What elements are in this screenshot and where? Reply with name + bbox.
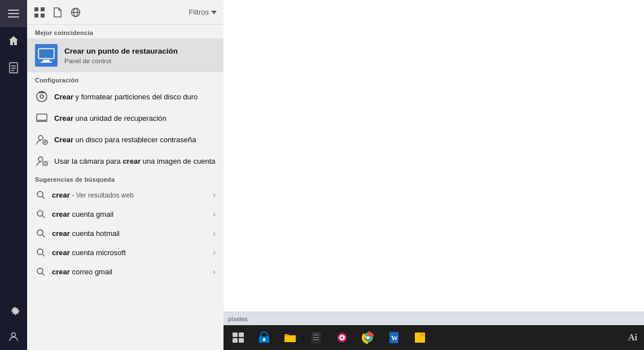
taskbar-chrome[interactable] bbox=[356, 325, 380, 350]
svg-rect-9 bbox=[41, 7, 45, 11]
svg-line-39 bbox=[42, 273, 45, 275]
best-match-item[interactable]: Crear un punto de restauración Panel de … bbox=[27, 38, 224, 72]
suggestion-text-0: crear - Ver resultados web bbox=[52, 191, 207, 199]
suggestion-item-3[interactable]: crear cuenta microsoft › bbox=[27, 243, 224, 262]
svg-rect-44 bbox=[233, 338, 238, 343]
suggestion-arrow-4: › bbox=[213, 267, 216, 276]
suggestion-arrow-0: › bbox=[213, 190, 216, 199]
svg-point-7 bbox=[12, 333, 16, 337]
svg-point-27 bbox=[38, 157, 43, 161]
settings-button[interactable] bbox=[0, 296, 27, 323]
user-cam-icon bbox=[35, 154, 49, 168]
svg-rect-10 bbox=[34, 14, 38, 18]
svg-rect-56 bbox=[316, 339, 317, 340]
best-match-text: Crear un punto de restauración Panel de … bbox=[64, 46, 216, 64]
svg-rect-16 bbox=[40, 50, 53, 58]
document-icon[interactable] bbox=[52, 7, 63, 18]
suggestion-text-2: crear cuenta hotmail bbox=[52, 229, 207, 238]
main-content bbox=[224, 0, 644, 325]
svg-rect-22 bbox=[37, 114, 47, 120]
search-toolbar: Filtros bbox=[27, 0, 224, 25]
user-button[interactable] bbox=[0, 323, 27, 350]
svg-point-38 bbox=[37, 268, 43, 274]
search-icon-1 bbox=[35, 208, 46, 220]
suggestions-label: Sugerencias de búsqueda bbox=[27, 172, 224, 185]
suggestion-item-1[interactable]: crear cuenta gmail › bbox=[27, 204, 224, 224]
taskbar-paint[interactable] bbox=[330, 325, 354, 350]
svg-rect-51 bbox=[313, 334, 319, 336]
svg-point-20 bbox=[40, 95, 43, 98]
config-text-2: Crear un disco para restablecer contrase… bbox=[54, 135, 196, 144]
globe-icon[interactable] bbox=[70, 7, 81, 18]
filter-button[interactable]: Filtros bbox=[189, 8, 217, 16]
svg-rect-47 bbox=[263, 338, 265, 341]
svg-rect-55 bbox=[313, 339, 315, 340]
svg-rect-57 bbox=[317, 339, 319, 340]
svg-rect-52 bbox=[313, 337, 315, 338]
config-item-3[interactable]: Usar la cámara para crear una imagen de … bbox=[27, 150, 224, 172]
svg-rect-11 bbox=[41, 14, 45, 18]
svg-rect-54 bbox=[317, 337, 319, 338]
config-bold-1: Crear bbox=[54, 114, 73, 123]
taskbar: W Ai bbox=[224, 325, 644, 350]
suggestion-text-3: crear cuenta microsoft bbox=[52, 248, 207, 257]
suggestion-item-2[interactable]: crear cuenta hotmail › bbox=[27, 224, 224, 243]
svg-rect-1 bbox=[8, 13, 19, 14]
search-icon-3 bbox=[35, 247, 46, 258]
laptop-icon bbox=[35, 111, 49, 125]
suggestion-item-4[interactable]: crear correo gmail › bbox=[27, 262, 224, 281]
svg-point-29 bbox=[44, 163, 46, 165]
config-text-0: Crear y formatear particiones del disco … bbox=[54, 93, 198, 101]
config-item-2[interactable]: Crear un disco para restablecer contrase… bbox=[27, 129, 224, 150]
svg-point-34 bbox=[37, 230, 43, 235]
config-item-1[interactable]: Crear una unidad de recuperación bbox=[27, 107, 224, 129]
taskbar-calculator[interactable] bbox=[304, 325, 328, 350]
taskbar-task-view[interactable] bbox=[226, 325, 251, 350]
svg-rect-5 bbox=[11, 68, 16, 69]
home-button[interactable] bbox=[0, 27, 27, 54]
config-text-1: Crear una unidad de recuperación bbox=[54, 114, 167, 123]
best-match-title: Crear un punto de restauración bbox=[64, 46, 216, 56]
suggestion-text-4: crear correo gmail bbox=[52, 268, 207, 276]
svg-point-63 bbox=[366, 336, 370, 339]
svg-rect-18 bbox=[41, 62, 52, 63]
filter-label: Filtros bbox=[189, 8, 209, 16]
documents-button[interactable] bbox=[0, 54, 27, 81]
taskbar-explorer[interactable] bbox=[278, 325, 303, 350]
svg-point-32 bbox=[37, 211, 43, 216]
best-match-icon bbox=[35, 44, 58, 67]
pixels-label: píxeles bbox=[228, 316, 248, 322]
svg-point-36 bbox=[37, 249, 43, 255]
suggestion-arrow-1: › bbox=[213, 209, 216, 218]
grid-icon[interactable] bbox=[34, 7, 45, 18]
config-bold-2: Crear bbox=[54, 135, 73, 144]
ai-label[interactable]: Ai bbox=[628, 333, 637, 343]
svg-rect-21 bbox=[39, 91, 45, 93]
config-text-3: Usar la cámara para crear una imagen de … bbox=[54, 157, 215, 165]
svg-line-35 bbox=[42, 235, 45, 237]
config-bold-3: crear bbox=[122, 157, 141, 165]
hamburger-button[interactable] bbox=[0, 0, 27, 27]
sidebar bbox=[0, 0, 27, 350]
taskbar-sticky[interactable] bbox=[408, 325, 432, 350]
svg-rect-49 bbox=[284, 334, 289, 336]
best-match-subtitle: Panel de control bbox=[64, 58, 216, 64]
config-item-0[interactable]: Crear y formatear particiones del disco … bbox=[27, 86, 224, 107]
search-icon-2 bbox=[35, 228, 46, 239]
svg-rect-8 bbox=[34, 7, 38, 11]
svg-rect-53 bbox=[316, 337, 317, 338]
suggestion-arrow-2: › bbox=[213, 229, 216, 238]
svg-rect-66 bbox=[415, 333, 425, 343]
svg-point-60 bbox=[341, 336, 343, 339]
best-match-title-rest: un punto de restauración bbox=[84, 47, 178, 55]
best-match-label: Mejor coincidencia bbox=[27, 25, 224, 38]
taskbar-word[interactable]: W bbox=[382, 325, 406, 350]
svg-line-31 bbox=[42, 196, 45, 199]
svg-text:W: W bbox=[391, 334, 398, 342]
taskbar-store[interactable] bbox=[252, 325, 277, 350]
suggestion-item-0[interactable]: crear - Ver resultados web › bbox=[27, 185, 224, 204]
pixels-bar: píxeles bbox=[224, 312, 644, 325]
svg-rect-17 bbox=[43, 60, 50, 62]
svg-line-37 bbox=[42, 254, 45, 256]
svg-rect-42 bbox=[233, 333, 238, 337]
